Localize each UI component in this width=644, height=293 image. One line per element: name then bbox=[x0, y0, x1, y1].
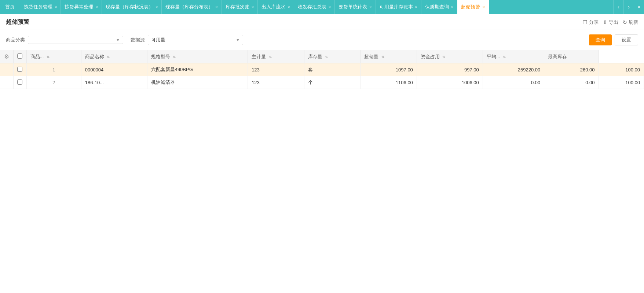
nav-arrows: ‹ › × bbox=[613, 0, 644, 14]
sort-icon: ⇅ bbox=[107, 55, 110, 59]
overstock-col-header[interactable]: 超储量 ⇅ bbox=[361, 50, 417, 63]
unit-cell: 个 bbox=[304, 76, 361, 89]
refresh-button[interactable]: ↻ 刷新 bbox=[623, 19, 638, 26]
query-button[interactable]: 查询 bbox=[589, 34, 612, 45]
datasource-label: 数据源 bbox=[131, 37, 145, 43]
table-row: 1 0000004 六配套新昌490BPG 123 套 1097.00 997.… bbox=[0, 63, 644, 76]
capital-col-header[interactable]: 资金占用 ⇅ bbox=[417, 50, 483, 63]
select-all-checkbox[interactable] bbox=[17, 53, 22, 59]
nav-item-shofacun[interactable]: 收发存汇总表 × bbox=[294, 0, 335, 14]
nav-item-jianhuo-yichang[interactable]: 拣货异常处理 × bbox=[61, 0, 102, 14]
capital-cell: 0.00 bbox=[483, 76, 544, 89]
nav-item-baozhi[interactable]: 保质期查询 × bbox=[421, 0, 457, 14]
table-header-row: ⚙ 商品... ⇅ 商品名称 ⇅ 规格型号 ⇅ bbox=[0, 50, 644, 63]
datasource-value: 可用量 bbox=[151, 37, 165, 43]
data-table: ⚙ 商品... ⇅ 商品名称 ⇅ 规格型号 ⇅ bbox=[0, 50, 644, 89]
category-select[interactable]: ▼ bbox=[28, 36, 123, 44]
product-name-col-header[interactable]: 商品名称 ⇅ bbox=[81, 50, 147, 63]
avg-col-header[interactable]: 平均... ⇅ bbox=[483, 50, 544, 63]
nav-close-arrow[interactable]: × bbox=[634, 0, 644, 14]
sort-icon: ⇅ bbox=[269, 55, 272, 59]
datasource-filter-group: 数据源 可用量 ▼ bbox=[131, 35, 243, 45]
table-container: ⚙ 商品... ⇅ 商品名称 ⇅ 规格型号 ⇅ bbox=[0, 50, 644, 89]
row-checkbox[interactable] bbox=[17, 79, 22, 85]
product-name-cell: 机油滤清器 bbox=[147, 76, 248, 89]
max-stock-cell: 100.00 bbox=[599, 63, 644, 76]
unit-cell: 套 bbox=[304, 63, 361, 76]
nav-item-chaochuyujing[interactable]: 超储预警 × bbox=[457, 0, 489, 14]
row-settings-cell bbox=[0, 63, 13, 76]
nav-item-keyongliang[interactable]: 可用量库存账本 × bbox=[376, 0, 421, 14]
close-icon[interactable]: × bbox=[329, 5, 331, 9]
export-icon: ⇩ bbox=[603, 19, 607, 25]
header-actions: ❐ 分享 ⇩ 导出 ↻ 刷新 bbox=[583, 19, 638, 26]
close-icon[interactable]: × bbox=[451, 5, 453, 9]
chevron-down-icon: ▼ bbox=[236, 38, 240, 42]
stock-cell: 1106.00 bbox=[361, 76, 417, 89]
nav-item-kucunpici[interactable]: 库存批次账 × bbox=[222, 0, 258, 14]
sort-icon: ⇅ bbox=[381, 55, 384, 59]
row-number: 2 bbox=[26, 76, 81, 89]
overstock-cell: 1006.00 bbox=[417, 76, 483, 89]
table-row: 2 186-10... 机油滤清器 123 个 1106.00 1006.00 … bbox=[0, 76, 644, 89]
category-label: 商品分类 bbox=[6, 37, 25, 43]
gear-icon[interactable]: ⚙ bbox=[4, 53, 9, 60]
nav-item-churuliu[interactable]: 出入库流水 × bbox=[258, 0, 294, 14]
close-icon[interactable]: × bbox=[288, 5, 290, 9]
spec-cell: 123 bbox=[248, 63, 304, 76]
sort-icon: ⇅ bbox=[47, 55, 50, 59]
share-button[interactable]: ❐ 分享 bbox=[583, 19, 599, 26]
product-code-cell: 0000004 bbox=[81, 63, 147, 76]
nav-home[interactable]: 首页 bbox=[0, 0, 20, 14]
capital-cell: 259220.00 bbox=[483, 63, 544, 76]
filter-bar: 商品分类 ▼ 数据源 可用量 ▼ 查询 设置 bbox=[0, 30, 644, 50]
nav-bar: 首页 拣货任务管理 × 拣货异常处理 × 现存量（库存状况表） × 现存量（库存… bbox=[0, 0, 644, 14]
page-title: 超储预警 bbox=[6, 18, 29, 26]
close-icon[interactable]: × bbox=[95, 5, 98, 9]
chevron-down-icon: ▼ bbox=[116, 38, 120, 42]
product-code-cell: 186-10... bbox=[81, 76, 147, 89]
row-checkbox-cell bbox=[13, 76, 26, 89]
product-name-cell: 六配套新昌490BPG bbox=[147, 63, 248, 76]
max-stock-col-header[interactable]: 最高库存 bbox=[544, 50, 599, 63]
close-icon[interactable]: × bbox=[482, 5, 484, 9]
row-checkbox[interactable] bbox=[17, 67, 22, 72]
nav-item-xiancunliang2[interactable]: 现存量（库存分布表） × bbox=[162, 0, 222, 14]
spec-col-header[interactable]: 规格型号 ⇅ bbox=[147, 50, 248, 63]
nav-prev-arrow[interactable]: ‹ bbox=[613, 0, 623, 14]
unit-col-header[interactable]: 主计量 ⇅ bbox=[248, 50, 304, 63]
refresh-icon: ↻ bbox=[623, 19, 627, 25]
avg-cell: 260.00 bbox=[544, 63, 599, 76]
datasource-select[interactable]: 可用量 ▼ bbox=[148, 35, 243, 45]
nav-item-jianhuorenwu[interactable]: 拣货任务管理 × bbox=[20, 0, 61, 14]
sort-icon: ⇅ bbox=[325, 55, 328, 59]
stock-col-header[interactable]: 库存量 ⇅ bbox=[304, 50, 361, 63]
sort-icon: ⇅ bbox=[503, 55, 506, 59]
settings-col-header: ⚙ bbox=[0, 50, 13, 63]
page-header: 超储预警 ❐ 分享 ⇩ 导出 ↻ 刷新 bbox=[0, 14, 644, 30]
close-icon[interactable]: × bbox=[369, 5, 372, 9]
export-button[interactable]: ⇩ 导出 bbox=[603, 19, 618, 26]
set-button[interactable]: 设置 bbox=[615, 34, 638, 45]
avg-cell: 0.00 bbox=[544, 76, 599, 89]
row-checkbox-cell bbox=[13, 63, 26, 76]
sort-icon: ⇅ bbox=[173, 55, 176, 59]
close-icon[interactable]: × bbox=[215, 5, 217, 9]
max-stock-cell: 100.00 bbox=[599, 76, 644, 89]
stock-cell: 1097.00 bbox=[361, 63, 417, 76]
product-code-col-header[interactable]: 商品... ⇅ bbox=[26, 50, 81, 63]
page-container: 超储预警 ❐ 分享 ⇩ 导出 ↻ 刷新 商品分类 ▼ 数据源 bbox=[0, 14, 644, 293]
sort-icon: ⇅ bbox=[442, 55, 445, 59]
nav-item-xiancunliang1[interactable]: 现存量（库存状况表） × bbox=[102, 0, 162, 14]
share-icon: ❐ bbox=[583, 19, 588, 25]
close-icon[interactable]: × bbox=[415, 5, 417, 9]
spec-cell: 123 bbox=[248, 76, 304, 89]
close-icon[interactable]: × bbox=[55, 5, 57, 9]
nav-item-yaohuo[interactable]: 要货单统计表 × bbox=[335, 0, 376, 14]
nav-next-arrow[interactable]: › bbox=[623, 0, 634, 14]
category-filter-group: 商品分类 ▼ bbox=[6, 36, 123, 44]
close-icon[interactable]: × bbox=[155, 5, 158, 9]
checkbox-col-header bbox=[13, 50, 26, 63]
row-settings-cell bbox=[0, 76, 13, 89]
close-icon[interactable]: × bbox=[252, 5, 254, 9]
